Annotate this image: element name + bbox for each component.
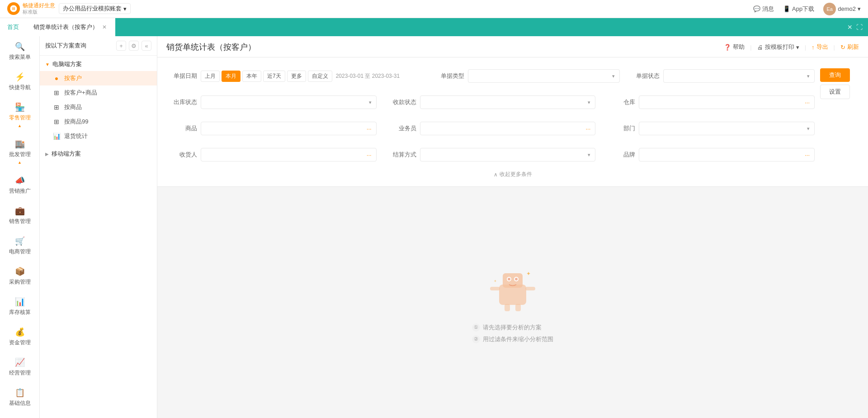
sidebar-item-system[interactable]: ⚙ 系统管理: [0, 413, 39, 418]
consignee-dots[interactable]: ···: [367, 152, 372, 158]
filter-date-cell: 单据日期 上月 本月 本年 近7天 更多 自定义 2023-03-01 至 20…: [166, 67, 430, 86]
scheme-settings-btn[interactable]: ⚙: [129, 41, 139, 51]
scheme-item-by-customer[interactable]: ● 按客户: [40, 71, 157, 86]
app-selector-label: 办公用品行业模拟账套: [63, 5, 122, 13]
doc-status-label: 单据状态: [634, 72, 660, 80]
dept-select[interactable]: ▾: [639, 122, 815, 135]
svg-rect-7: [525, 287, 535, 290]
print-btn[interactable]: 🖨 按模板打印 ▾: [757, 43, 799, 51]
svg-rect-6: [490, 287, 500, 290]
empty-svg: ✦ ✦: [486, 262, 540, 316]
collapse-up-icon: ∧: [494, 171, 498, 178]
payment-status-arrow: ▾: [588, 100, 590, 105]
sidebar-item-inventory[interactable]: 📊 库存核算: [0, 291, 39, 322]
settings-button[interactable]: 设置: [820, 85, 850, 99]
scheme-group-desktop: ▼ 电脑端方案 ● 按客户 ⊞ 按客户+商品 ⊞ 按商品 ⊞ 按商品99: [40, 56, 157, 145]
empty-tip-2: ② 用过滤条件来缩小分析范围: [472, 335, 553, 343]
page-header: 销货单统计表（按客户） ❓ 帮助 | 🖨 按模板打印 ▾ | ↑: [157, 36, 868, 57]
export-label: 导出: [816, 43, 828, 51]
scheme-item-by-goods-99[interactable]: ⊞ 按商品99: [40, 114, 157, 129]
sidebar-item-basic[interactable]: 📋 基础信息: [0, 382, 39, 413]
date-more-btn[interactable]: 更多: [287, 71, 306, 82]
sidebar-item-quicknav[interactable]: ⚡ 快捷导航: [0, 66, 39, 97]
app-download-label: App下载: [792, 5, 814, 13]
tab-close-icon[interactable]: ✕: [101, 24, 108, 31]
expand-tab-btn[interactable]: ⛶: [856, 24, 863, 31]
date-range-display: 2023-03-01 至 2023-03-31: [336, 72, 400, 80]
search-icon: 🔍: [15, 42, 25, 52]
scheme-add-btn[interactable]: +: [116, 41, 126, 51]
tab-sales-stat[interactable]: 销货单统计表（按客户） ✕: [26, 18, 115, 36]
sidebar-item-search[interactable]: 🔍 搜索菜单: [0, 36, 39, 66]
date-last-7-btn[interactable]: 近7天: [263, 71, 285, 82]
goods-select[interactable]: ···: [201, 122, 377, 135]
goods-dots[interactable]: ···: [367, 125, 372, 132]
payment-method-select[interactable]: ▾: [420, 148, 596, 162]
date-this-year-btn[interactable]: 本年: [242, 71, 261, 82]
tip-2-text: 用过滤条件来缩小分析范围: [483, 335, 553, 343]
sidebar-item-retail[interactable]: 🏪 零售管理 ▲: [0, 97, 39, 133]
svg-point-4: [508, 278, 510, 280]
payment-status-select[interactable]: ▾: [420, 95, 596, 109]
scheme-item-by-goods[interactable]: ⊞ 按商品: [40, 100, 157, 114]
payment-method-label: 结算方式: [391, 151, 416, 159]
salesman-select[interactable]: ···: [420, 122, 596, 135]
warehouse-dots[interactable]: ···: [805, 99, 810, 106]
collapse-more-btn[interactable]: ∧ 收起更多条件: [166, 168, 859, 181]
brand-dots[interactable]: ···: [805, 152, 810, 158]
sidebar-item-ecommerce[interactable]: 🛒 电商管理: [0, 231, 39, 261]
by-customer-label: 按客户: [64, 74, 82, 82]
refresh-btn[interactable]: ↻ 刷新: [840, 43, 859, 51]
sidebar-basic-label: 基础信息: [9, 399, 31, 407]
tip-2-num: ②: [472, 335, 480, 343]
sidebar-item-sales[interactable]: 💼 销售管理: [0, 200, 39, 231]
scheme-group-mobile-title[interactable]: ▶ 移动端方案: [40, 147, 157, 161]
scheme-panel: 按以下方案查询 + ⚙ « ▼ 电脑端方案 ● 按客户 ⊞: [40, 36, 157, 418]
quicknav-icon: ⚡: [15, 72, 25, 82]
message-btn[interactable]: 💬 消息: [753, 5, 774, 13]
doc-type-select[interactable]: ▾: [468, 69, 619, 83]
date-custom-btn[interactable]: 自定义: [308, 71, 332, 82]
consignee-select[interactable]: ···: [201, 148, 377, 162]
export-btn[interactable]: ↑ 导出: [811, 43, 828, 51]
close-all-tabs-btn[interactable]: ✕: [847, 24, 853, 31]
ecommerce-icon: 🛒: [15, 236, 25, 246]
empty-illustration: ✦ ✦: [486, 262, 540, 316]
filter-salesman-cell: 业务员 ···: [386, 118, 601, 139]
date-last-month-btn[interactable]: 上月: [201, 71, 220, 82]
sidebar-item-marketing[interactable]: 📣 营销推广: [0, 170, 39, 200]
tab-home[interactable]: 首页: [0, 18, 26, 36]
sidebar-purchase-label: 采购管理: [9, 278, 31, 286]
refresh-label: 刷新: [847, 43, 859, 51]
by-goods-99-icon: ⊞: [52, 118, 61, 126]
sidebar-item-wholesale[interactable]: 🏬 批发管理 ▲: [0, 133, 39, 170]
brand-select[interactable]: ···: [639, 148, 815, 162]
doc-status-select[interactable]: ▾: [663, 69, 815, 83]
salesman-dots[interactable]: ···: [586, 125, 591, 132]
topbar-right: 💬 消息 📱 App下载 Ea demo2 ▾: [753, 3, 861, 15]
filter-row-4: 收货人 ··· 结算方式 ▾: [166, 142, 820, 168]
export-icon: ↑: [811, 44, 815, 51]
logo-text-area: 畅捷通好生意 标准版: [23, 2, 55, 15]
app-download-btn[interactable]: 📱 App下载: [783, 5, 814, 13]
app-selector[interactable]: 办公用品行业模拟账套 ▾: [59, 3, 131, 14]
query-button[interactable]: 查询: [820, 68, 850, 82]
out-status-select[interactable]: ▾: [201, 95, 377, 109]
warehouse-select[interactable]: ···: [639, 95, 815, 109]
sidebar-item-operation[interactable]: 📈 经营管理: [0, 352, 39, 382]
scheme-item-return-stat[interactable]: 📊 退货统计: [40, 129, 157, 143]
desktop-expand-icon: ▼: [45, 62, 50, 67]
content: 按以下方案查询 + ⚙ « ▼ 电脑端方案 ● 按客户 ⊞: [40, 36, 868, 418]
scheme-item-by-customer-goods[interactable]: ⊞ 按客户+商品: [40, 86, 157, 100]
out-status-label: 出库状态: [172, 98, 197, 106]
date-this-month-btn[interactable]: 本月: [222, 71, 241, 82]
user-menu[interactable]: Ea demo2 ▾: [823, 3, 861, 15]
sidebar-inventory-label: 库存核算: [9, 309, 31, 316]
sidebar-item-purchase[interactable]: 📦 采购管理: [0, 261, 39, 291]
sidebar-operation-label: 经营管理: [9, 369, 31, 377]
help-btn[interactable]: ❓ 帮助: [724, 43, 745, 51]
svg-text:✦: ✦: [494, 279, 497, 283]
scheme-group-desktop-title[interactable]: ▼ 电脑端方案: [40, 57, 157, 71]
scheme-collapse-btn[interactable]: «: [142, 41, 151, 51]
sidebar-item-finance[interactable]: 💰 资金管理: [0, 322, 39, 352]
